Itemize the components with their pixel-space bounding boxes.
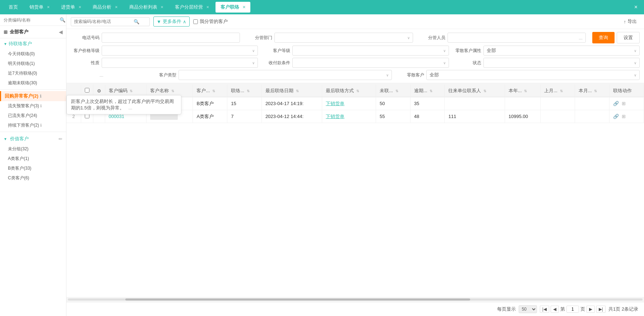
- filter-cell-phone: 电话号码: [71, 33, 240, 43]
- sidebar-item-tomorrow[interactable]: 明天待联络(1): [0, 59, 66, 69]
- nav-home[interactable]: 首页: [4, 2, 23, 13]
- last-page-button[interactable]: ▶|: [596, 306, 606, 313]
- th-uncontacted[interactable]: 未联... ⇅: [376, 85, 411, 97]
- nav-customer-contact[interactable]: 客户联络 ×: [216, 2, 250, 13]
- customer-grade-dropdown[interactable]: ∨: [292, 46, 449, 56]
- filter-row-2: 客户价格等级 ∨ 客户等级 ∨ 零散客户属性 全部: [71, 46, 640, 56]
- filter-my-customers[interactable]: 我分管的客户: [193, 18, 228, 25]
- payment-dropdown[interactable]: ∨: [292, 58, 449, 68]
- per-page-select[interactable]: 20 50 100: [519, 305, 537, 313]
- sidebar-item-7days[interactable]: 近7天待联络(0): [0, 69, 66, 78]
- nature-label: 性质: [71, 60, 99, 66]
- close-customer-tier-icon[interactable]: ×: [207, 4, 209, 10]
- scrollbar-thumb[interactable]: [125, 298, 470, 301]
- close-product-list-icon[interactable]: ×: [161, 4, 163, 10]
- status-dropdown[interactable]: ∨: [483, 58, 640, 68]
- nav-product-analysis-list[interactable]: 商品分析列表 ×: [124, 2, 168, 13]
- nav-window-close[interactable]: ×: [631, 3, 640, 12]
- my-customers-checkbox[interactable]: [193, 19, 198, 24]
- sidebar-item-churn-warning[interactable]: 流失预警客户(3) ℹ: [0, 101, 66, 111]
- waiting-contact-label: 待联络客户: [9, 41, 32, 47]
- sidebar-section-value[interactable]: ▼ 价值客户 ✏: [0, 133, 66, 144]
- nav-customer-tier[interactable]: 客户分层经营 ×: [170, 2, 214, 13]
- row-1-link-icon[interactable]: 🔗: [613, 101, 619, 106]
- edit-group-icon[interactable]: ✏: [59, 136, 62, 142]
- sidebar-divider-1: [0, 89, 66, 90]
- row-2-overdue: 48: [410, 110, 445, 123]
- sort-year-icon: ⇅: [524, 89, 527, 93]
- nav-sales[interactable]: 销货单 ×: [24, 2, 55, 13]
- th-this-year[interactable]: 本年... ⇅: [505, 85, 540, 97]
- manager-more-icon: ...: [579, 35, 583, 41]
- close-purchase-icon[interactable]: ×: [79, 4, 82, 10]
- nature-dropdown[interactable]: ∨: [102, 58, 258, 68]
- retail-attr-value: 全部: [487, 47, 496, 54]
- page-label-before: 第: [560, 306, 565, 312]
- pagination-bar: 每页显示 20 50 100 |◀ ◀ 第 页 ▶ ▶| 共1页 2条记录: [66, 302, 644, 316]
- close-customer-contact-icon[interactable]: ×: [243, 4, 246, 10]
- row-1-last-contact-method[interactable]: 下销货单: [322, 97, 376, 110]
- sidebar-section-waiting[interactable]: ▼ 待联络客户: [0, 38, 66, 49]
- close-sales-icon[interactable]: ×: [47, 4, 50, 10]
- filter-icon: ▼: [157, 19, 161, 24]
- next-page-button[interactable]: ▶: [587, 306, 595, 313]
- sidebar-item-repurchase-anomaly[interactable]: 回购异常客户(2) ℹ: [0, 91, 66, 101]
- select-all-checkbox[interactable]: [85, 88, 89, 93]
- sidebar-item-class-b[interactable]: B类客户(33): [0, 164, 66, 173]
- prev-page-button[interactable]: ◀: [551, 306, 559, 313]
- th-category[interactable]: 客户... ⇅: [193, 85, 227, 97]
- horizontal-scrollbar[interactable]: [66, 297, 644, 302]
- sidebar-item-today[interactable]: 今天待联络(0): [0, 49, 66, 59]
- row-2-link-icon[interactable]: 🔗: [613, 114, 619, 119]
- customer-type-dropdown[interactable]: ∨: [179, 70, 392, 80]
- sidebar-collapse-icon[interactable]: ◀: [59, 29, 62, 35]
- table-area: ⚙ 客户编码 ⇅ 客户名称 ⇅ 客户... ⇅ 联络... ⇅ 最后联络日期 ⇅…: [66, 85, 644, 297]
- filter-search-input[interactable]: [74, 19, 131, 24]
- sidebar-item-churned[interactable]: 已流失客户(24): [0, 111, 66, 121]
- price-grade-dropdown[interactable]: ∨: [102, 46, 258, 56]
- page-number-input[interactable]: [566, 306, 579, 313]
- export-icon: ↑: [624, 19, 626, 24]
- th-overdue[interactable]: 逾期... ⇅: [410, 85, 445, 97]
- sort-method-icon: ⇅: [356, 89, 359, 93]
- sidebar-item-declining[interactable]: 持续下滑客户(2) ℹ: [0, 121, 66, 130]
- th-contact[interactable]: 联络... ⇅: [227, 85, 262, 97]
- th-company-contact[interactable]: 往来单位联系人 ⇅: [445, 85, 505, 97]
- top-nav: 首页 销货单 × 进货单 × 商品分析 × 商品分析列表 × 客户分层经营 × …: [0, 0, 644, 14]
- manager-dropdown[interactable]: ...: [448, 33, 586, 43]
- row-1-contact: 15: [227, 97, 262, 110]
- filter-more-conditions[interactable]: ▼ 更多条件 ∧: [153, 16, 190, 27]
- sidebar-item-class-c[interactable]: C类客户(6): [0, 173, 66, 183]
- sidebar-all-customers[interactable]: ⊞ 全部客户 ◀: [0, 26, 66, 38]
- close-product-analysis-icon[interactable]: ×: [115, 4, 118, 10]
- phone-label: 电话号码: [71, 35, 99, 41]
- th-this-month[interactable]: 本月... ⇅: [575, 85, 609, 97]
- dept-dropdown[interactable]: ∨: [274, 33, 413, 43]
- th-last-contact-method[interactable]: 最后联络方式 ⇅: [322, 85, 376, 97]
- th-last-contact-date[interactable]: 最后联络日期 ⇅: [261, 85, 322, 97]
- phone-input[interactable]: [102, 33, 240, 43]
- nav-purchase[interactable]: 进货单 ×: [56, 2, 86, 13]
- sidebar-item-ungrouped[interactable]: 未分组(32): [0, 144, 66, 154]
- export-button[interactable]: ↑ 导出: [621, 17, 640, 26]
- more-dots-icon[interactable]: ...: [99, 72, 103, 78]
- my-customers-label: 我分管的客户: [200, 18, 228, 25]
- filter-chevron-icon: ∧: [183, 19, 186, 24]
- sidebar: 🔍 ⊞ 全部客户 ◀ ▼ 待联络客户 今天待联络(0) 明天待联络(1) 近7天…: [0, 14, 66, 316]
- retail-attr-dropdown[interactable]: 全部 ∨: [483, 46, 640, 56]
- sidebar-item-overdue[interactable]: 逾期未联络(30): [0, 78, 66, 88]
- first-page-button[interactable]: |◀: [540, 306, 549, 313]
- sidebar-search-icon[interactable]: 🔍: [60, 17, 65, 23]
- sidebar-search-input[interactable]: [4, 18, 57, 23]
- row-1-grid-icon[interactable]: ⊞: [622, 101, 626, 106]
- retail-customer-dropdown[interactable]: 全部 ∨: [426, 70, 640, 80]
- nav-product-analysis[interactable]: 商品分析 ×: [88, 2, 122, 13]
- sidebar-item-class-a[interactable]: A类客户(1): [0, 154, 66, 164]
- retail-customer-value: 全部: [430, 72, 439, 78]
- settings-button[interactable]: 设置: [617, 32, 640, 43]
- th-last-month[interactable]: 上月... ⇅: [541, 85, 575, 97]
- filter-search-icon[interactable]: 🔍: [134, 19, 139, 24]
- row-2-grid-icon[interactable]: ⊞: [622, 114, 626, 119]
- query-button[interactable]: 查询: [592, 32, 615, 43]
- row-2-last-contact-method[interactable]: 下销货单: [322, 110, 376, 123]
